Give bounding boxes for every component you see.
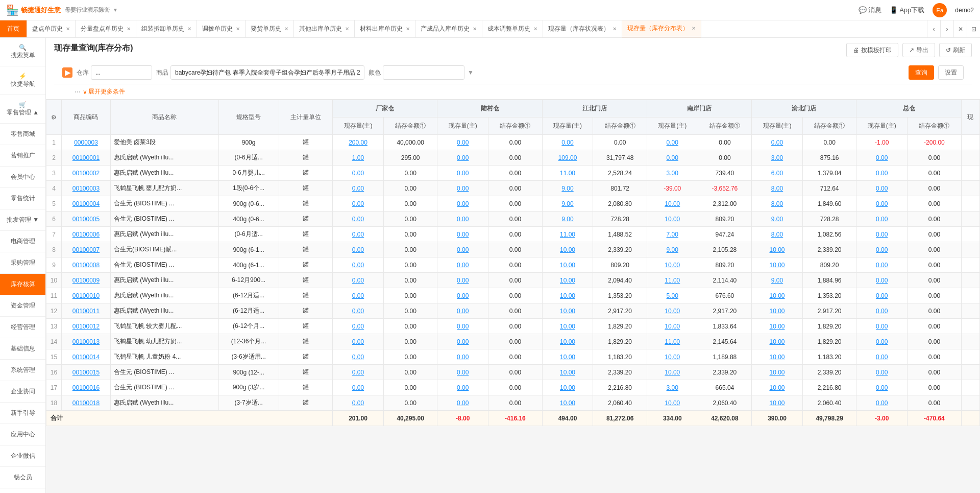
lc-qty[interactable]: 0.00 bbox=[437, 380, 488, 395]
jb-qty[interactable]: 10.00 bbox=[542, 349, 593, 365]
na-qty[interactable]: 3.00 bbox=[647, 166, 698, 181]
tab-close-icon[interactable]: ✕ bbox=[284, 26, 288, 32]
sidebar-item-quicknav[interactable]: ⚡ 快捷导航 bbox=[0, 66, 45, 95]
lc-qty[interactable]: 0.00 bbox=[437, 242, 488, 257]
na-qty[interactable]: 10.00 bbox=[647, 196, 698, 212]
app-download-btn[interactable]: 📱 App下载 bbox=[890, 6, 924, 15]
lc-qty[interactable]: 0.00 bbox=[437, 135, 488, 150]
total-qty[interactable]: 0.00 bbox=[856, 227, 908, 242]
sidebar-item-basics[interactable]: 基础信息 bbox=[0, 338, 45, 360]
yb-qty[interactable]: 10.00 bbox=[752, 365, 803, 380]
color-dropdown-icon[interactable]: ▼ bbox=[468, 69, 474, 76]
tab-requisition[interactable]: 要货单历史 ✕ bbox=[246, 20, 294, 38]
settings-icon[interactable]: ⚙ bbox=[51, 114, 57, 121]
sidebar-item-search[interactable]: 🔍 搜索英单 bbox=[0, 38, 45, 66]
yb-qty[interactable]: 10.00 bbox=[752, 303, 803, 319]
total-qty[interactable]: 0.00 bbox=[856, 365, 908, 380]
yb-qty[interactable]: 0.00 bbox=[752, 135, 803, 150]
jb-qty[interactable]: 10.00 bbox=[542, 380, 593, 395]
jb-qty[interactable]: 10.00 bbox=[542, 273, 593, 288]
lc-qty[interactable]: 0.00 bbox=[437, 395, 488, 411]
sidebar-item-marketing[interactable]: 营销推广 bbox=[0, 145, 45, 167]
tab-prev-btn[interactable]: ‹ bbox=[927, 20, 940, 38]
lc-qty[interactable]: 0.00 bbox=[437, 273, 488, 288]
sidebar-item-wechat[interactable]: 企业微信 bbox=[0, 445, 45, 467]
total-qty[interactable]: 0.00 bbox=[856, 196, 908, 212]
jb-qty[interactable]: 0.00 bbox=[542, 135, 593, 150]
fc-qty[interactable]: 0.00 bbox=[333, 227, 384, 242]
sidebar-item-ecommerce[interactable]: 电商管理 bbox=[0, 231, 45, 252]
sidebar-item-retail-stats[interactable]: 零售统计 bbox=[0, 188, 45, 209]
na-qty[interactable]: 10.00 bbox=[647, 212, 698, 227]
na-qty[interactable]: 9.00 bbox=[647, 242, 698, 257]
jb-qty[interactable]: 11.00 bbox=[542, 166, 593, 181]
na-qty[interactable]: -39.00 bbox=[647, 181, 698, 196]
print-btn[interactable]: 🖨 按模板打印 bbox=[846, 43, 898, 57]
jb-qty[interactable]: 10.00 bbox=[542, 365, 593, 380]
sidebar-item-inventory[interactable]: 库存核算 bbox=[0, 274, 45, 295]
yb-qty[interactable]: 10.00 bbox=[752, 319, 803, 334]
total-qty[interactable]: 0.00 bbox=[856, 380, 908, 395]
tab-maximize-btn[interactable]: ⊡ bbox=[967, 20, 980, 38]
na-qty[interactable]: 10.00 bbox=[647, 365, 698, 380]
yb-qty[interactable]: 10.00 bbox=[752, 395, 803, 411]
color-input[interactable] bbox=[383, 65, 464, 80]
message-btn[interactable]: 💬 消息 bbox=[859, 6, 881, 15]
fc-qty[interactable]: 0.00 bbox=[333, 365, 384, 380]
warehouse-input[interactable] bbox=[91, 65, 152, 80]
lc-qty[interactable]: 0.00 bbox=[437, 319, 488, 334]
tab-cost-adjust[interactable]: 成本调整单历史 ✕ bbox=[482, 20, 543, 38]
na-qty[interactable]: 10.00 bbox=[647, 349, 698, 365]
yb-qty[interactable]: 6.00 bbox=[752, 166, 803, 181]
na-qty[interactable]: 3.00 bbox=[647, 380, 698, 395]
jb-qty[interactable]: 10.00 bbox=[542, 334, 593, 349]
fc-qty[interactable]: 0.00 bbox=[333, 166, 384, 181]
tab-close-icon[interactable]: ✕ bbox=[66, 26, 70, 32]
yb-qty[interactable]: 10.00 bbox=[752, 288, 803, 303]
sidebar-item-operations[interactable]: 经营管理 bbox=[0, 317, 45, 338]
total-qty[interactable]: 0.00 bbox=[856, 273, 908, 288]
yb-qty[interactable]: 10.00 bbox=[752, 242, 803, 257]
yb-qty[interactable]: 8.00 bbox=[752, 181, 803, 196]
jb-qty[interactable]: 11.00 bbox=[542, 227, 593, 242]
tab-close-current-btn[interactable]: ✕ bbox=[953, 20, 967, 38]
tab-close-icon[interactable]: ✕ bbox=[236, 26, 240, 32]
tab-assembly[interactable]: 组装拆卸单历史 ✕ bbox=[136, 20, 197, 38]
jb-qty[interactable]: 10.00 bbox=[542, 319, 593, 334]
fc-qty[interactable]: 0.00 bbox=[333, 196, 384, 212]
na-qty[interactable]: 10.00 bbox=[647, 319, 698, 334]
fc-qty[interactable]: 0.00 bbox=[333, 395, 384, 411]
sidebar-item-app-center[interactable]: 应用中心 bbox=[0, 424, 45, 445]
fc-qty[interactable]: 1.00 bbox=[333, 150, 384, 166]
tab-transfer[interactable]: 调拨单历史 ✕ bbox=[197, 20, 246, 38]
lc-qty[interactable]: 0.00 bbox=[437, 334, 488, 349]
na-qty[interactable]: 11.00 bbox=[647, 334, 698, 349]
jb-qty[interactable]: 10.00 bbox=[542, 288, 593, 303]
sidebar-item-retail-mall[interactable]: 零售商城 bbox=[0, 124, 45, 145]
fc-qty[interactable]: 0.00 bbox=[333, 273, 384, 288]
jb-qty[interactable]: 9.00 bbox=[542, 181, 593, 196]
lc-qty[interactable]: 0.00 bbox=[437, 196, 488, 212]
jb-qty[interactable]: 9.00 bbox=[542, 196, 593, 212]
jb-qty[interactable]: 109.00 bbox=[542, 150, 593, 166]
jb-qty[interactable]: 9.00 bbox=[542, 212, 593, 227]
sidebar-item-finance[interactable]: 资金管理 bbox=[0, 295, 45, 317]
sidebar-item-cooperation[interactable]: 企业协同 bbox=[0, 381, 45, 403]
goods-input[interactable] bbox=[170, 65, 364, 80]
total-qty[interactable]: 0.00 bbox=[856, 242, 908, 257]
fc-qty[interactable]: 0.00 bbox=[333, 380, 384, 395]
tab-partial-inventory[interactable]: 分量盘点单历史 ✕ bbox=[76, 20, 136, 38]
jb-qty[interactable]: 10.00 bbox=[542, 257, 593, 273]
na-qty[interactable]: 7.00 bbox=[647, 227, 698, 242]
export-btn[interactable]: ↗ 导出 bbox=[902, 43, 935, 57]
lc-qty[interactable]: 0.00 bbox=[437, 303, 488, 319]
yb-qty[interactable]: 8.00 bbox=[752, 196, 803, 212]
tab-next-btn[interactable]: › bbox=[940, 20, 953, 38]
fc-qty[interactable]: 0.00 bbox=[333, 349, 384, 365]
tab-material-outbound[interactable]: 材料出库单历史 ✕ bbox=[355, 20, 415, 38]
tab-stock-distribution[interactable]: 现存量（库存分布表） ✕ bbox=[622, 20, 701, 38]
tab-other-outbound[interactable]: 其他出库单历史 ✕ bbox=[294, 20, 355, 38]
lc-qty[interactable]: 0.00 bbox=[437, 212, 488, 227]
na-qty[interactable]: 0.00 bbox=[647, 135, 698, 150]
total-qty[interactable]: 0.00 bbox=[856, 303, 908, 319]
